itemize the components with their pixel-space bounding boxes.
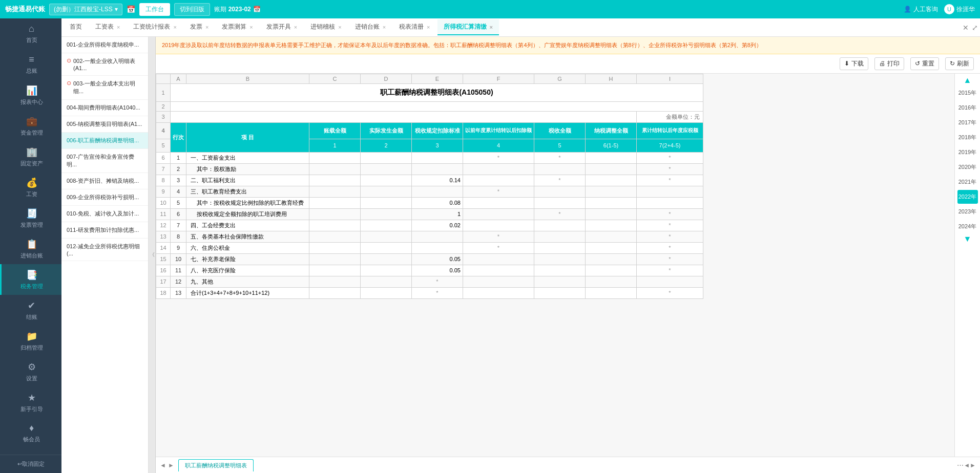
tab-tax-table[interactable]: 税表清册 × (393, 19, 436, 35)
doc-item-004[interactable]: 004-期间费用明细表(A1040... (61, 100, 148, 116)
header-col-item: 项 目 (186, 122, 309, 152)
year-2015[interactable]: 2015年 (957, 86, 978, 100)
sidebar-item-member[interactable]: ♦ 畅会员 (0, 418, 61, 448)
header-col-c: 账载全额 (309, 122, 361, 139)
doc-item-012[interactable]: 012-减免企业所得税优惠明细(... (61, 239, 148, 261)
header-num-3: 3 (412, 139, 463, 152)
tab-close-payroll-stat[interactable]: × (173, 24, 176, 30)
tab-close-income-tax[interactable]: × (490, 24, 493, 30)
tab-payroll[interactable]: 工资表 × (89, 19, 126, 35)
tab-close-tax-table[interactable]: × (427, 24, 430, 30)
sidebar-item-guide[interactable]: ★ 新手引导 (0, 387, 61, 418)
sheet-scroll-left[interactable]: ◄ (964, 462, 970, 469)
sidebar-item-archive[interactable]: 📁 归档管理 (0, 326, 61, 356)
sidebar-item-report[interactable]: 📊 报表中心 (0, 80, 61, 111)
guide-icon: ★ (28, 392, 36, 403)
cancel-fixed-button[interactable]: ↩取消固定 (0, 455, 61, 473)
tab-close-audit[interactable]: × (338, 24, 341, 30)
collapse-panel-button[interactable]: 《 (149, 37, 156, 473)
sheet-nav-next[interactable]: ► (168, 462, 174, 469)
tab-home[interactable]: 首页 (64, 19, 88, 35)
year-2017[interactable]: 2017年 (957, 116, 978, 130)
data-row-6: 6 1 一、工资薪金支出 * * (156, 152, 703, 163)
tab-close-all-icon[interactable]: ✕ (963, 24, 969, 32)
tab-close-invoice-calc[interactable]: × (249, 24, 253, 30)
download-button[interactable]: ⬇ 下载 (840, 57, 868, 70)
doc-item-011[interactable]: 011-研发费用加计扣除优惠... (61, 222, 148, 239)
doc-item-001[interactable]: 001-企业所得税年度纳税申... (61, 37, 148, 53)
sheet-title: 职工薪酬纳税调整明细表(A105050) (171, 83, 703, 101)
tab-sales-ledger[interactable]: 进销台账 × (349, 19, 392, 35)
tab-close-payroll[interactable]: × (117, 24, 120, 30)
reset-button[interactable]: ↺ 重置 (910, 57, 939, 70)
year-2020[interactable]: 2020年 (957, 160, 978, 174)
doc-item-002[interactable]: ⊙ 002-一般企业收入明细表(A1... (61, 53, 148, 76)
year-2016[interactable]: 2016年 (957, 101, 978, 115)
col-i: I (637, 74, 703, 83)
year-2019[interactable]: 2019年 (957, 145, 978, 159)
year-2023[interactable]: 2023年 (957, 205, 978, 219)
sidebar-item-payroll[interactable]: 💰 工资 (0, 172, 61, 203)
warning-bar: 2019年度涉及取以前年度结转数据的申报表单元格需要手工维护正确，才能保证本年及… (156, 37, 980, 54)
refresh-button[interactable]: ↻ 刷新 (945, 57, 974, 70)
sidebar-item-asset[interactable]: 💼 资金管理 (0, 111, 61, 141)
sidebar-item-invoice[interactable]: 🧾 发票管理 (0, 203, 61, 233)
avatar: U (944, 4, 954, 14)
data-row-14: 14 9 六、住房公积金 * (156, 242, 703, 253)
tab-close-invoice[interactable]: × (205, 24, 208, 30)
user-profile[interactable]: U 徐涯华 (944, 4, 975, 14)
year-scroll-down[interactable]: ▼ (957, 234, 978, 244)
settings-icon: ⚙ (28, 361, 36, 373)
doc-item-006[interactable]: 006-职工薪酬纳税调整明细... (61, 133, 148, 149)
year-2021[interactable]: 2021年 (957, 175, 978, 189)
period-calendar-icon[interactable]: 📅 (253, 6, 261, 13)
sidebar-item-home[interactable]: ⌂ 首页 (0, 18, 61, 49)
doc-item-005[interactable]: 005-纳税调整项目明细表(A1... (61, 116, 148, 133)
cutover-button[interactable]: 切到旧版 (174, 3, 210, 16)
header-num-4: 4 (463, 139, 534, 152)
tab-close-invoice-open[interactable]: × (294, 24, 297, 30)
sidebar-label-report: 报表中心 (20, 98, 43, 106)
sidebar-item-settlement[interactable]: ✔ 结账 (0, 295, 61, 326)
year-2024[interactable]: 2024年 (957, 220, 978, 233)
period-value: 2023-02 (228, 6, 251, 13)
sidebar-item-sales[interactable]: 📋 进销台账 (0, 233, 61, 264)
bottom-tab-payroll[interactable]: 职工薪酬纳税调整明细表 (178, 459, 254, 471)
collapse-icon: 《 (150, 251, 155, 259)
year-sidebar: ▲ 2015年 2016年 2017年 2018年 2019年 2020年 20… (954, 74, 980, 457)
tab-income-tax[interactable]: 所得税汇算清缴 × (437, 19, 499, 35)
tab-maximize-icon[interactable]: ⤢ (972, 24, 978, 32)
company-selector[interactable]: (勿删）江西般宝-LSS ▾ (49, 4, 122, 15)
doc-item-009[interactable]: 009-企业所得税弥补亏损明... (61, 189, 148, 206)
spreadsheet-main[interactable]: A B C D E F G H I (156, 74, 954, 457)
support-link[interactable]: 👤 人工客询 (904, 5, 938, 14)
sheet-options-icon[interactable]: ⋯ (957, 461, 964, 469)
year-2022[interactable]: 2022年 (957, 190, 978, 204)
invoice-icon: 🧾 (26, 208, 37, 219)
year-scroll-up[interactable]: ▲ (957, 76, 978, 85)
bottom-bar: ◄ ► 职工薪酬纳税调整明细表 ⋯ ◄ ► (156, 457, 980, 473)
print-button[interactable]: 🖨 打印 (874, 57, 904, 70)
row-2: 2 (156, 101, 703, 111)
col-h: H (586, 74, 637, 83)
doc-item-003[interactable]: ⊙ 003-一般企业成本支出明细... (61, 76, 148, 100)
tab-audit[interactable]: 进销稽核 × (304, 19, 347, 35)
workbench-button[interactable]: 工作台 (139, 3, 170, 16)
doc-item-008[interactable]: 008-资产折旧、摊销及纳税... (61, 173, 148, 189)
tab-invoice-open[interactable]: 发票开具 × (260, 19, 303, 35)
sidebar-item-settings[interactable]: ⚙ 设置 (0, 356, 61, 387)
sidebar-item-tax[interactable]: 📑 税务管理 (0, 264, 61, 295)
doc-item-010[interactable]: 010-免税、减计收入及加计... (61, 206, 148, 222)
tab-close-sales[interactable]: × (383, 24, 386, 30)
sheet-nav-prev[interactable]: ◄ (160, 462, 166, 469)
tab-payroll-stat[interactable]: 工资统计报表 × (127, 19, 182, 35)
tab-invoice-calc[interactable]: 发票测算 × (216, 19, 259, 35)
tab-invoice[interactable]: 发票 × (184, 19, 215, 35)
year-2018[interactable]: 2018年 (957, 131, 978, 144)
asset-icon: 💼 (26, 116, 37, 127)
doc-item-007[interactable]: 007-广告宣传和业务宣传费明... (61, 149, 148, 173)
sidebar-item-ledger[interactable]: ≡ 总账 (0, 49, 61, 80)
sheet-scroll-right[interactable]: ► (970, 462, 976, 469)
period-label: 账期 2023-02 📅 (214, 5, 261, 14)
sidebar-item-fixed[interactable]: 🏢 固定资产 (0, 141, 61, 172)
